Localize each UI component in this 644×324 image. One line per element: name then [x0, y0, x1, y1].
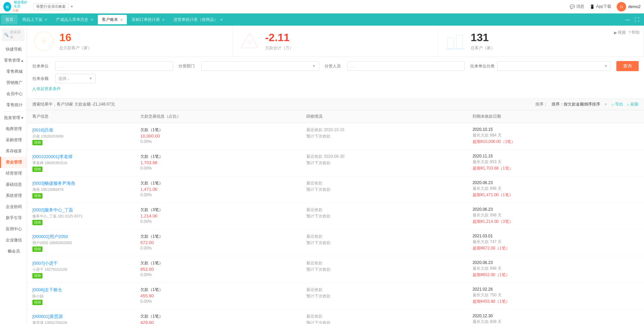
- filter-select-category[interactable]: ▼: [497, 61, 611, 71]
- top-right: 💬 消息 📱 App下载 D demo2: [570, 2, 641, 11]
- overdue-amount-5[interactable]: 超期¥652.00（1笔）: [473, 272, 639, 278]
- svg-text:¥: ¥: [41, 35, 47, 46]
- col-header-recovery: 回收情况: [306, 114, 472, 119]
- overdue-amount-6[interactable]: 超期¥455.90（1笔）: [473, 299, 639, 304]
- debt-amount-0[interactable]: 10,000.00: [140, 134, 306, 139]
- search-button[interactable]: 查询: [616, 61, 639, 71]
- sidebar-item-retail-mgmt[interactable]: 零售管理 ▲: [0, 55, 27, 66]
- debt-amount-6[interactable]: 455.90: [140, 293, 306, 298]
- customer-name-7[interactable]: [000001]黄思源: [32, 314, 63, 319]
- refresh-button[interactable]: ○ 刷新: [627, 101, 639, 107]
- tab-minimize[interactable]: —: [624, 16, 631, 23]
- sidebar-item-vip-member[interactable]: 畅会员: [0, 246, 27, 257]
- debt-amount-1[interactable]: 1,703.68: [140, 160, 306, 165]
- sidebar-item-ecommerce[interactable]: 电商管理: [0, 123, 27, 135]
- tab-customer-close[interactable]: ✕: [120, 18, 123, 22]
- sidebar-item-purchase[interactable]: 采购管理: [0, 135, 27, 146]
- recovery-date-1: 最近收款 2020-06-30: [306, 154, 472, 159]
- tab-incoming-close[interactable]: ✕: [220, 18, 223, 22]
- tab-purchase[interactable]: 采购订单统计表 ✕: [128, 15, 169, 24]
- sort-select[interactable]: 排序：按欠款金额倒序排序: [552, 101, 600, 107]
- chevron-cat-icon: ▼: [604, 64, 608, 68]
- debt-pct-4: 0.00%: [140, 246, 306, 251]
- debt-amount-5[interactable]: 652.00: [140, 267, 306, 272]
- table-row: [0006]去下粮仓 陈小娟 现销 欠款（1笔） 455.90 0.00% 最近…: [27, 283, 644, 310]
- tab-expand[interactable]: ⛶: [633, 16, 641, 23]
- content-area: ¥ 16 总欠款客户（家） ◇ -2.11 欠款合计（万）: [27, 26, 644, 324]
- sidebar-item-system[interactable]: 系统管理: [0, 190, 27, 201]
- sidebar-item-marketing[interactable]: 营销推广: [0, 77, 27, 88]
- debt-info-5: 欠款（1笔） 652.00 0.00%: [140, 260, 306, 277]
- tab-customer[interactable]: 客户账本 ✕: [98, 15, 127, 24]
- tab-incoming[interactable]: 进货单统计表（按商品） ✕: [169, 15, 227, 24]
- debt-count-6: 欠款（1笔）: [140, 287, 306, 293]
- recovery-date-3: 最近收款: [306, 207, 472, 213]
- tab-home[interactable]: 首页: [1, 15, 18, 24]
- debt-amount-7[interactable]: 429.00: [140, 320, 306, 324]
- sidebar-item-batch-mgmt[interactable]: 批发管理 ▼: [0, 112, 27, 123]
- export-button[interactable]: ○ 导出: [612, 101, 623, 107]
- debt-amount-3[interactable]: 1,214.00: [140, 213, 306, 218]
- tab-products[interactable]: 商品上下架 ✕: [18, 15, 51, 24]
- overdue-date-4: 2021.03.01: [473, 234, 639, 238]
- tab-purchase-close[interactable]: ✕: [162, 18, 165, 22]
- recovery-date-7: 最近收款: [306, 314, 472, 319]
- sidebar-item-operation[interactable]: 经营管理: [0, 168, 27, 179]
- customer-name-0[interactable]: [0016]吕俊: [32, 127, 53, 132]
- sidebar-item-member[interactable]: 会员中心: [0, 88, 27, 99]
- customer-name-2[interactable]: [0003]畅捷服务尹海燕: [32, 181, 75, 186]
- debt-amount-4[interactable]: 672.00: [140, 240, 306, 245]
- sidebar-item-newbie[interactable]: 新手引导: [0, 212, 27, 224]
- filter-input-person[interactable]: ...: [347, 61, 465, 71]
- filter-input-source[interactable]: ...: [55, 61, 173, 71]
- collapse-button[interactable]: ⋀ 收起更多条件: [32, 86, 639, 92]
- table-row: [0002]服务中心_丁磊 服务中心_丁磊 181 0125 8371 现销 欠…: [27, 203, 644, 230]
- sidebar-item-quick-nav[interactable]: 快捷导航: [0, 44, 27, 55]
- chevron-dept-icon: ▼: [312, 64, 316, 68]
- sidebar-item-retail-mall[interactable]: 零售商城: [0, 66, 27, 77]
- overdue-amount-3[interactable]: 超期¥1,214.00（3笔）: [473, 219, 639, 225]
- sidebar-search-area[interactable]: 🔍 搜索菜单: [0, 26, 27, 44]
- sidebar-item-enterprise-wx[interactable]: 企业微信: [0, 235, 27, 246]
- user-area[interactable]: D demo2: [617, 2, 641, 11]
- customer-name-6[interactable]: [0006]去下粮仓: [32, 287, 62, 292]
- sidebar-item-app-center[interactable]: 应用中心: [0, 224, 27, 235]
- stat-info-total: -2.11 欠款合计（万）: [265, 31, 293, 51]
- menu-search[interactable]: 🔍 搜索菜单: [2, 28, 25, 41]
- tab-instock[interactable]: 产成品入库单历史 ✕: [52, 15, 97, 24]
- overdue-amount-1[interactable]: 超期¥1,703.68（1笔）: [473, 166, 639, 171]
- customer-name-4[interactable]: [000002]用户2050: [32, 234, 68, 239]
- debt-amount-2[interactable]: 1,471.00: [140, 187, 306, 192]
- sidebar-item-finance[interactable]: 资金管理: [0, 157, 27, 168]
- customer-name-1[interactable]: [0001020001]李老师: [32, 154, 73, 159]
- debt-pct-0: 0.00%: [140, 139, 306, 144]
- overdue-date-0: 2020.10.15: [473, 127, 639, 132]
- sidebar-item-retail-stats[interactable]: 零售统计: [0, 99, 27, 111]
- filter-group-dept: 分管部门 ▼: [178, 61, 319, 71]
- tab-instock-close[interactable]: ✕: [90, 18, 93, 22]
- overdue-amount-2[interactable]: 超期¥1,471.00（1笔）: [473, 192, 639, 198]
- sidebar-item-basic[interactable]: 基础信息: [0, 179, 27, 190]
- message-button[interactable]: 💬 消息: [570, 4, 584, 9]
- customer-name-3[interactable]: [0002]服务中心_丁磊: [32, 207, 73, 212]
- overdue-amount-0[interactable]: 超期¥10,000.00（1笔）: [473, 139, 639, 145]
- recovery-info-1: 最近收款 2020-06-30 预计下次收款: [306, 154, 472, 166]
- app-download-button[interactable]: 📱 App下载: [590, 4, 611, 9]
- customer-name-5[interactable]: [0007]小进干: [32, 261, 58, 266]
- customer-tag-5: 现销: [32, 273, 43, 278]
- export-icon: ○: [612, 102, 614, 107]
- help-btn[interactable]: ? 帮助: [628, 30, 640, 35]
- video-btn[interactable]: ▶ 视频: [614, 30, 626, 35]
- system-name[interactable]: 母婴行业演示账套: [33, 3, 69, 10]
- tab-controls: — ⛶: [624, 16, 643, 23]
- tab-products-close[interactable]: ✕: [45, 18, 47, 22]
- recovery-info-0: 最近收款 2020-10-15 预计下次收款: [306, 127, 472, 139]
- debt-pct-1: 0.00%: [140, 166, 306, 171]
- sidebar-item-inventory[interactable]: 库存核算: [0, 146, 27, 157]
- filter-select-balance[interactable]: 选择... ▼: [55, 74, 96, 83]
- overdue-amount-4[interactable]: 超期¥672.00（1笔）: [473, 245, 639, 251]
- customer-sub-5: 小进干 18279152100: [32, 267, 140, 272]
- filter-select-dept[interactable]: ▼: [201, 61, 319, 71]
- recovery-next-5: 预计下次收款: [306, 267, 472, 272]
- sidebar-item-enterprise-coop[interactable]: 企业协同: [0, 201, 27, 212]
